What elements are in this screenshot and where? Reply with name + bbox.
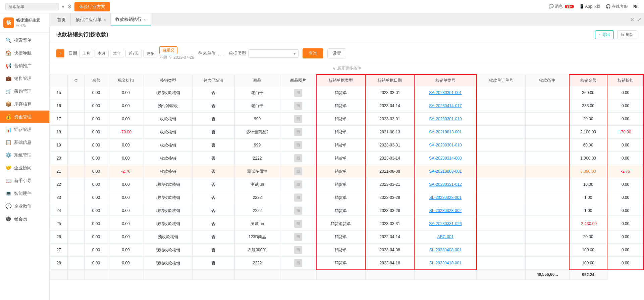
industry-solution-button[interactable]: 休验行业方案 — [74, 2, 110, 11]
cell-no: 23 — [50, 191, 68, 204]
expand-more-button[interactable]: ∨ 展开更多条件 — [333, 66, 361, 71]
tab-close-receipt-verify[interactable]: × — [144, 17, 146, 22]
user-label[interactable]: Rit — [633, 4, 639, 9]
refresh-button[interactable]: ↻ 刷新 — [617, 30, 637, 39]
sidebar-item-quick-nav[interactable]: 🏠快捷导航 — [0, 47, 49, 59]
bill-no-link[interactable]: SA-20230414-017 — [429, 103, 462, 108]
cell-bill_no[interactable]: SA-20210813-001 — [414, 126, 477, 139]
cell-receipt_order_no — [477, 99, 525, 113]
maximize-icon[interactable]: ⤢ — [637, 16, 641, 23]
bill-no-link[interactable]: SA-20230321-012 — [429, 182, 462, 187]
date-btn-本年[interactable]: 本年 — [110, 50, 124, 57]
sidebar-item-sales[interactable]: 💼销售管理 — [0, 72, 49, 85]
bill-no-link[interactable]: SA-20230301-010 — [429, 143, 462, 147]
sidebar-item-purchase[interactable]: 🛒采购管理 — [0, 85, 49, 98]
cell-bill_no[interactable]: ABC-001 — [414, 230, 477, 244]
product-image-thumb: 图 — [294, 167, 302, 175]
app-download-link[interactable]: 📱 App下载 — [579, 4, 600, 9]
bill-type-select[interactable] — [248, 49, 299, 58]
footer-verify-discount: 952.24 — [569, 270, 607, 280]
product-image-thumb: 图 — [294, 194, 302, 202]
cell-bill_no[interactable]: SL-20230328-002 — [414, 204, 477, 217]
date-btn-本月[interactable]: 本月 — [95, 50, 109, 57]
bill-no-link[interactable]: ABC-001 — [437, 234, 454, 239]
operation-icon: 📊 — [5, 127, 11, 133]
partner-dots[interactable]: ... — [218, 50, 225, 57]
close-window-icon[interactable]: ✕ — [630, 16, 634, 23]
bill-no-link[interactable]: SA-20230301-010 — [429, 117, 462, 121]
top-search-input[interactable] — [5, 3, 59, 10]
export-button[interactable]: ↑ 导出 — [595, 30, 614, 39]
bill-no-link[interactable]: SA-20210813-001 — [429, 130, 462, 134]
cell-bill_no[interactable]: SL-20230328-001 — [414, 191, 477, 204]
cell-bill_date: 2023-03-01 — [365, 113, 414, 126]
tab-prepaid[interactable]: 预付冲应付单× — [71, 13, 111, 26]
sidebar-item-marketing[interactable]: 📢营销推广 — [0, 59, 49, 72]
sidebar-item-system[interactable]: ⚙️系统管理 — [0, 149, 49, 162]
page-header: 收款核销执行(按收款) ↑ 导出 ↻ 刷新 — [50, 26, 644, 43]
sidebar-item-wechat[interactable]: 💬企业微信 — [0, 200, 49, 213]
cell-receipt_condition — [525, 178, 569, 191]
top-bar-right: 💬 消息 99+ 📱 App下载 🎧 在线客服 Rit — [549, 4, 639, 9]
cell-bill_no[interactable]: SA-20230301-010 — [414, 139, 477, 152]
cell-balance: 0.00 — [85, 152, 108, 165]
bill-no-link[interactable]: SL-20230328-002 — [429, 208, 462, 213]
cell-product: 999 — [234, 113, 280, 126]
sidebar-item-finance[interactable]: 💰资金管理 — [0, 111, 49, 123]
bill-no-link[interactable]: SA-20230331-026 — [429, 221, 462, 226]
cell-bill_no[interactable]: SA-20230321-012 — [414, 178, 477, 191]
tab-home[interactable]: 首页 — [52, 13, 71, 26]
cell-balance: 0.00 — [85, 86, 108, 99]
cell-balance: 0.00 — [85, 217, 108, 230]
bill-no-link[interactable]: SA-20230301-001 — [429, 90, 462, 95]
sidebar-item-enterprise[interactable]: 🤝企业协同 — [0, 162, 49, 174]
bill-no-link[interactable]: SL-20230408-001 — [429, 248, 462, 252]
messages-link[interactable]: 💬 消息 99+ — [549, 4, 574, 9]
settings-col-icon[interactable]: ⚙ — [74, 78, 78, 83]
col-header-settings[interactable]: ⚙ — [68, 75, 85, 86]
settings-gear-icon[interactable]: ⚙ — [67, 3, 72, 10]
cell-bill_no[interactable]: SA-20230301-001 — [414, 86, 477, 99]
cell-bill_no[interactable]: SA-20230331-026 — [414, 217, 477, 230]
sidebar-item-guide[interactable]: 📖新手引导 — [0, 174, 49, 187]
custom-date-button[interactable]: 自定义 — [159, 46, 177, 54]
sidebar-item-search[interactable]: 🔍搜索菜单 — [0, 34, 49, 47]
sidebar-item-hardware[interactable]: 💻智能硬件 — [0, 187, 49, 200]
online-service-link[interactable]: 🎧 在线客服 — [606, 4, 628, 9]
settings-button[interactable]: 设置 — [327, 48, 346, 58]
sidebar-item-operation[interactable]: 📊经营管理 — [0, 123, 49, 136]
cell-bill_type: 销货单 — [316, 191, 365, 204]
bill-no-link[interactable]: SA-20210808-001 — [429, 169, 462, 174]
sidebar-item-label: 新手引导 — [14, 178, 32, 184]
service-icon: 🎧 — [606, 4, 611, 9]
query-button[interactable]: 查询 — [303, 48, 323, 58]
cell-bill_no[interactable]: SL-20230408-001 — [414, 244, 477, 257]
cell-bill_no[interactable]: SL-20230418-001 — [414, 257, 477, 270]
col-header-bill_date: 核销单据日期 — [365, 75, 414, 86]
tab-close-prepaid[interactable]: × — [104, 18, 106, 22]
filter-expand-button[interactable]: » — [56, 49, 64, 57]
purchase-icon: 🛒 — [5, 88, 11, 94]
tab-receipt-verify[interactable]: 收款核销执行× — [111, 13, 151, 26]
bill-no-link[interactable]: SL-20230418-001 — [429, 261, 462, 265]
sidebar-item-basic[interactable]: 📋基础信息 — [0, 136, 49, 149]
chevron-down-icon[interactable]: ▾ — [62, 3, 64, 10]
bill-no-link[interactable]: SL-20230328-001 — [429, 195, 462, 200]
cell-bill_no[interactable]: SA-20230301-010 — [414, 113, 477, 126]
sidebar-item-label: 采购管理 — [14, 88, 32, 94]
sidebar-item-inventory[interactable]: 📦库存核算 — [0, 98, 49, 111]
date-btn-更多[interactable]: 更多 — [143, 50, 157, 57]
cell-bill_no[interactable]: SA-20230314-008 — [414, 152, 477, 165]
cell-settings — [68, 217, 85, 230]
cell-bill_no[interactable]: SA-20230414-017 — [414, 99, 477, 113]
date-btn-近7天[interactable]: 近7天 — [125, 50, 142, 57]
footer-empty-11 — [477, 270, 525, 280]
cell-bill_no[interactable]: SA-20210808-001 — [414, 165, 477, 178]
cell-settings — [68, 178, 85, 191]
cell-receipt_order_no — [477, 204, 525, 217]
table-wrap[interactable]: ⚙余额现金折扣核销类型包含已结清商品商品图片核销单据类型核销单据日期核销单据号收… — [50, 74, 644, 300]
bill-no-link[interactable]: SA-20230314-008 — [429, 156, 462, 161]
sidebar-item-member[interactable]: 🅥畅会员 — [0, 213, 49, 225]
date-btn-上月[interactable]: 上月 — [79, 50, 93, 57]
table-row: 260.000.00预收款核销否123D商品图销货单2022-04-14ABC-… — [50, 230, 644, 244]
